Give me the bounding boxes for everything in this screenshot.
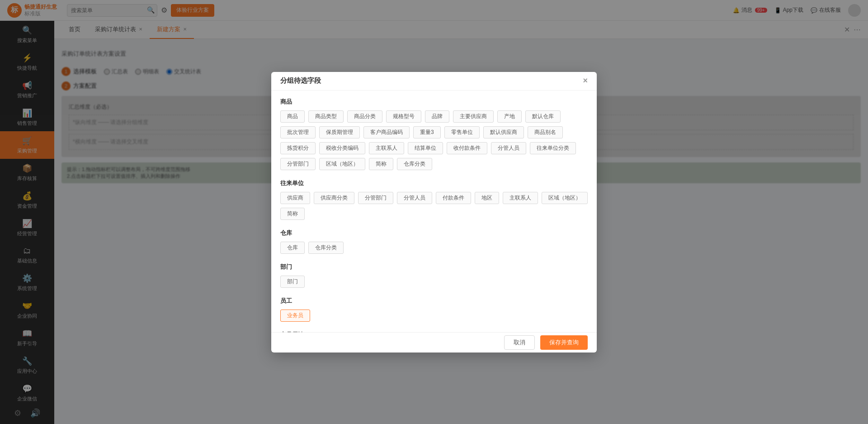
field-tag-product-12[interactable]: 零售单位 <box>444 126 480 138</box>
section-department: 部门部门 <box>280 263 588 288</box>
modal-body: 商品商品商品类型商品分类规格型号品牌主要供应商产地默认仓库批次管理保质期管理客户… <box>271 91 597 333</box>
field-tag-partner-8[interactable]: 简称 <box>280 208 305 220</box>
field-tag-product-23[interactable]: 区域（地区） <box>319 158 365 170</box>
field-tags-department: 部门 <box>280 276 588 288</box>
field-tag-product-8[interactable]: 批次管理 <box>280 126 316 138</box>
modal-title: 分组待选字段 <box>280 76 321 85</box>
modal-header: 分组待选字段 × <box>271 72 597 91</box>
save-query-button[interactable]: 保存并查询 <box>540 335 588 350</box>
field-tag-product-15[interactable]: 拣货积分 <box>280 142 316 154</box>
field-tag-partner-5[interactable]: 地区 <box>475 192 499 204</box>
field-tag-product-3[interactable]: 规格型号 <box>386 110 421 123</box>
field-tag-partner-3[interactable]: 分管人员 <box>397 192 432 204</box>
section-partner: 往来单位供应商供应商分类分管部门分管人员付款条件地区主联系人区域（地区）简称 <box>280 179 588 220</box>
field-tag-warehouse-0[interactable]: 仓库 <box>280 242 305 254</box>
section-title-partner: 往来单位 <box>280 179 588 187</box>
field-tags-employee: 业务员 <box>280 310 588 322</box>
field-tag-product-14[interactable]: 商品别名 <box>528 126 563 138</box>
field-tag-partner-1[interactable]: 供应商分类 <box>314 192 354 204</box>
field-tag-partner-0[interactable]: 供应商 <box>280 192 310 204</box>
field-tag-product-10[interactable]: 客户商品编码 <box>363 126 410 138</box>
section-title-product: 商品 <box>280 98 588 106</box>
field-tag-partner-4[interactable]: 付款条件 <box>436 192 471 204</box>
modal-close-btn[interactable]: × <box>583 76 588 86</box>
section-employee: 员工业务员 <box>280 297 588 322</box>
field-tag-department-0[interactable]: 部门 <box>280 276 305 288</box>
field-tags-product: 商品商品类型商品分类规格型号品牌主要供应商产地默认仓库批次管理保质期管理客户商品… <box>280 110 588 170</box>
cancel-button[interactable]: 取消 <box>504 335 535 350</box>
field-tag-product-5[interactable]: 主要供应商 <box>453 110 494 123</box>
field-tag-product-17[interactable]: 主联系人 <box>369 142 404 154</box>
field-tag-warehouse-1[interactable]: 仓库分类 <box>308 242 344 254</box>
field-tag-product-13[interactable]: 默认供应商 <box>483 126 524 138</box>
field-tag-product-9[interactable]: 保质期管理 <box>319 126 360 138</box>
section-product: 商品商品商品类型商品分类规格型号品牌主要供应商产地默认仓库批次管理保质期管理客户… <box>280 98 588 170</box>
field-select-modal: 分组待选字段 × 商品商品商品类型商品分类规格型号品牌主要供应商产地默认仓库批次… <box>271 72 597 353</box>
field-tag-product-7[interactable]: 默认仓库 <box>525 110 561 123</box>
field-tag-product-1[interactable]: 商品类型 <box>308 110 344 123</box>
field-tag-product-2[interactable]: 商品分类 <box>347 110 382 123</box>
modal-footer: 取消 保存并查询 <box>271 332 597 352</box>
field-tags-warehouse: 仓库仓库分类 <box>280 242 588 254</box>
field-tag-product-6[interactable]: 产地 <box>497 110 522 123</box>
field-tag-partner-7[interactable]: 区域（地区） <box>542 192 588 204</box>
section-title-department: 部门 <box>280 263 588 271</box>
field-tag-product-0[interactable]: 商品 <box>280 110 305 123</box>
modal-overlay: 分组待选字段 × 商品商品商品类型商品分类规格型号品牌主要供应商产地默认仓库批次… <box>0 0 868 424</box>
field-tag-partner-6[interactable]: 主联系人 <box>503 192 538 204</box>
field-tag-product-21[interactable]: 往来单位分类 <box>530 142 576 154</box>
field-tag-product-22[interactable]: 分管部门 <box>280 158 316 170</box>
field-tag-product-19[interactable]: 收付款条件 <box>447 142 487 154</box>
field-tags-partner: 供应商供应商分类分管部门分管人员付款条件地区主联系人区域（地区）简称 <box>280 192 588 220</box>
field-tag-employee-0[interactable]: 业务员 <box>280 310 310 322</box>
field-tag-product-4[interactable]: 品牌 <box>425 110 449 123</box>
field-tag-product-16[interactable]: 税收分类编码 <box>319 142 365 154</box>
section-warehouse: 仓库仓库仓库分类 <box>280 229 588 254</box>
section-title-employee: 员工 <box>280 297 588 305</box>
field-tag-partner-2[interactable]: 分管部门 <box>358 192 393 204</box>
field-tag-product-11[interactable]: 重量3 <box>413 126 441 138</box>
field-tag-product-20[interactable]: 分管人员 <box>491 142 526 154</box>
field-tag-product-18[interactable]: 结算单位 <box>408 142 443 154</box>
field-tag-product-24[interactable]: 简称 <box>369 158 393 170</box>
sections-container: 商品商品商品类型商品分类规格型号品牌主要供应商产地默认仓库批次管理保质期管理客户… <box>280 98 588 333</box>
field-tag-product-25[interactable]: 仓库分类 <box>397 158 432 170</box>
section-title-warehouse: 仓库 <box>280 229 588 237</box>
